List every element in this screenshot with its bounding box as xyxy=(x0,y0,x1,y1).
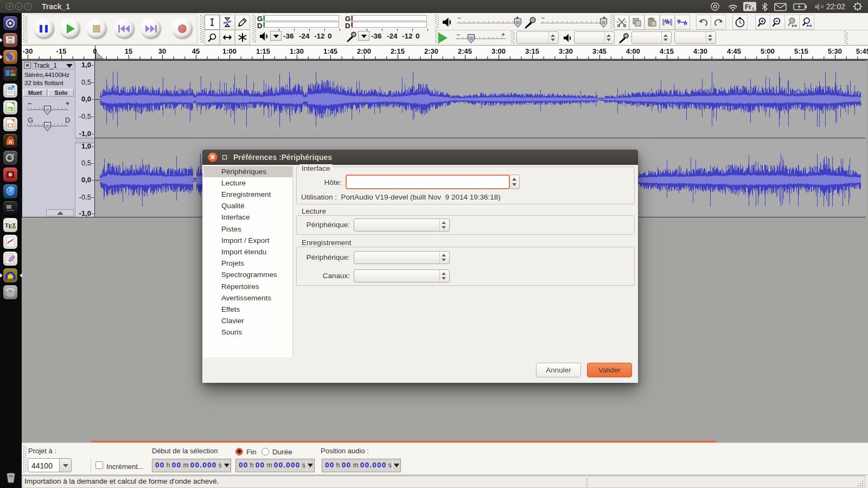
svg-text:1: 1 xyxy=(752,7,755,11)
svg-text:A: A xyxy=(9,139,12,145)
svg-text:Fr: Fr xyxy=(745,3,751,11)
